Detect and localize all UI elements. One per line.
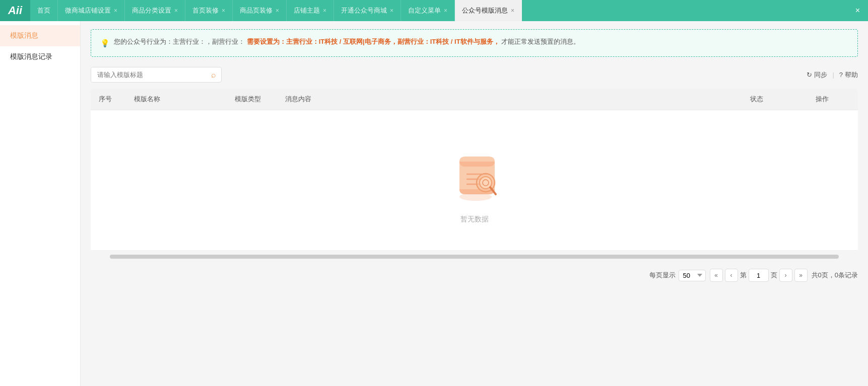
tab-template-msg[interactable]: 公众号模版消息 ×: [455, 0, 522, 21]
toolbar: ⌕ ↻ 同步 | ? 帮助: [91, 67, 858, 83]
table-header-row: 序号 模版名称 模版类型 消息内容 状态 操作: [91, 89, 858, 110]
table-empty-cell: 暂无数据: [91, 110, 858, 251]
horizontal-scrollbar[interactable]: [91, 255, 858, 259]
col-header-action: 操作: [808, 89, 858, 110]
tab-category-settings-close[interactable]: ×: [174, 7, 178, 14]
first-page-button[interactable]: «: [710, 269, 723, 282]
empty-state: 暂无数据: [99, 116, 850, 244]
page-nav: « ‹ 第 页 › »: [710, 269, 808, 282]
sync-icon: ↻: [807, 71, 812, 79]
next-page-button[interactable]: ›: [779, 269, 792, 282]
bulb-icon: 💡: [100, 37, 110, 49]
tab-category-settings[interactable]: 商品分类设置 ×: [125, 0, 185, 21]
notice-text: 您的公众号行业为：主营行业：，副营行业： 需要设置为：主营行业：IT科技 / 互…: [114, 37, 580, 47]
sidebar-item-template-msg-label: 模版消息: [10, 31, 38, 39]
tab-template-msg-label: 公众号模版消息: [462, 6, 508, 15]
search-area: ⌕: [91, 67, 222, 83]
sidebar-item-template-msg[interactable]: 模版消息: [0, 25, 80, 46]
help-icon: ?: [839, 71, 843, 79]
toolbar-right: ↻ 同步 | ? 帮助: [807, 70, 858, 80]
tab-shop-settings[interactable]: 微商城店铺设置 ×: [58, 0, 125, 21]
tab-store-theme[interactable]: 店铺主题 ×: [287, 0, 334, 21]
global-close-button[interactable]: ×: [847, 6, 868, 15]
tab-product-decoration-close[interactable]: ×: [276, 7, 279, 14]
divider: |: [832, 71, 834, 79]
notice-suffix: 才能正常发送预置的消息。: [501, 38, 580, 45]
table-empty-row: 暂无数据: [91, 110, 858, 251]
content-area: 💡 您的公众号行业为：主营行业：，副营行业： 需要设置为：主营行业：IT科技 /…: [81, 21, 868, 386]
tab-custom-menu-close[interactable]: ×: [444, 7, 447, 14]
tab-home-label: 首页: [37, 6, 50, 15]
tab-custom-menu[interactable]: 自定义菜单 ×: [401, 0, 455, 21]
tab-home-decoration-close[interactable]: ×: [222, 7, 225, 14]
tab-home-decoration[interactable]: 首页装修 ×: [185, 0, 233, 21]
search-input[interactable]: [91, 67, 206, 82]
nav-tabs: 首页 微商城店铺设置 × 商品分类设置 × 首页装修 × 商品页装修 × 店铺主…: [30, 0, 847, 21]
tab-shop-settings-label: 微商城店铺设置: [65, 6, 111, 15]
tab-category-settings-label: 商品分类设置: [132, 6, 171, 15]
prev-page-button[interactable]: ‹: [725, 269, 738, 282]
sidebar-item-template-msg-record-label: 模版消息记录: [10, 52, 52, 60]
top-nav: Aii 首页 微商城店铺设置 × 商品分类设置 × 首页装修 × 商品页装修 ×…: [0, 0, 868, 21]
col-header-type: 模版类型: [227, 89, 277, 110]
data-table: 序号 模版名称 模版类型 消息内容 状态 操作: [91, 89, 858, 251]
col-header-status: 状态: [742, 89, 808, 110]
tab-home-decoration-label: 首页装修: [192, 6, 219, 15]
tab-custom-menu-label: 自定义菜单: [408, 6, 441, 15]
tab-open-mall-label: 开通公众号商城: [341, 6, 387, 15]
col-header-name: 模版名称: [126, 89, 227, 110]
sidebar-item-template-msg-record[interactable]: 模版消息记录: [0, 46, 80, 67]
sync-label: 同步: [814, 70, 827, 80]
col-header-seq: 序号: [91, 89, 126, 110]
tab-open-mall[interactable]: 开通公众号商城 ×: [334, 0, 401, 21]
tab-store-theme-label: 店铺主题: [294, 6, 320, 15]
tab-home[interactable]: 首页: [30, 0, 58, 21]
help-button[interactable]: ? 帮助: [839, 70, 858, 80]
tab-store-theme-close[interactable]: ×: [323, 7, 326, 14]
tab-product-decoration[interactable]: 商品页装修 ×: [233, 0, 287, 21]
total-info: 共0页，0条记录: [812, 271, 858, 280]
tab-product-decoration-label: 商品页装修: [240, 6, 273, 15]
tab-template-msg-close[interactable]: ×: [511, 7, 514, 14]
last-page-button[interactable]: »: [794, 269, 808, 282]
pagination: 每页显示 10 20 50 100 « ‹ 第 页 › » 共0页，0条记录: [91, 263, 858, 284]
notice-highlight: 需要设置为：主营行业：IT科技 / 互联网|电子商务，副营行业：IT科技 / I…: [247, 38, 500, 45]
tab-shop-settings-close[interactable]: ×: [114, 7, 117, 14]
app-logo: Aii: [0, 0, 30, 21]
search-button[interactable]: ⌕: [206, 70, 221, 80]
per-page-select[interactable]: 10 20 50 100: [679, 270, 706, 281]
scrollbar-thumb: [110, 255, 839, 259]
page-label: 第: [740, 271, 747, 280]
empty-text: 暂无数据: [99, 215, 850, 224]
page-suffix: 页: [771, 271, 777, 280]
page-input[interactable]: [749, 269, 769, 282]
per-page-label: 每页显示: [649, 271, 676, 280]
empty-illustration: [444, 146, 505, 207]
notice-box: 💡 您的公众号行业为：主营行业：，副营行业： 需要设置为：主营行业：IT科技 /…: [91, 29, 858, 57]
help-label: 帮助: [845, 70, 858, 80]
main-layout: 模版消息 模版消息记录 💡 您的公众号行业为：主营行业：，副营行业： 需要设置为…: [0, 21, 868, 386]
col-header-content: 消息内容: [277, 89, 742, 110]
per-page-selector: 每页显示 10 20 50 100: [649, 270, 706, 281]
sidebar: 模版消息 模版消息记录: [0, 21, 81, 386]
sync-button[interactable]: ↻ 同步: [807, 70, 827, 80]
notice-prefix: 您的公众号行业为：主营行业：，副营行业：: [114, 38, 245, 45]
tab-open-mall-close[interactable]: ×: [390, 7, 393, 14]
